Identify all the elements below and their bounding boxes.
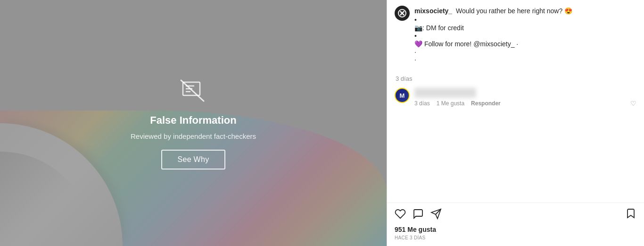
comment-heart-icon[interactable]: ♡ — [630, 100, 636, 107]
caption-time: 3 días — [395, 75, 636, 82]
caption-bullet2: • — [414, 32, 636, 40]
false-info-icon — [179, 76, 207, 105]
caption-line2: 📷: DM for credit — [414, 24, 636, 32]
comment-icon[interactable] — [413, 208, 424, 221]
comments-panel: mixsociety_ Would you rather be here rig… — [387, 0, 644, 246]
comment-time: 3 días — [414, 100, 430, 107]
post-caption-content: mixsociety_ Would you rather be here rig… — [414, 6, 636, 64]
false-info-subtitle: Reviewed by independent fact-checkers — [131, 132, 256, 140]
caption-line3: 💜 Follow for more! @mixsociety_ · — [414, 40, 636, 48]
action-icons-row — [395, 208, 636, 222]
share-icon[interactable] — [430, 208, 442, 221]
comment-likes-count: 1 Me gusta — [437, 100, 464, 107]
comment-reply-button[interactable]: Responder — [471, 100, 501, 107]
commenter-username-blurred: Mo_madi — [414, 88, 476, 98]
false-info-title: False Information — [150, 114, 236, 127]
comment-text: Mo_madi — [414, 88, 636, 98]
bookmark-icon[interactable] — [625, 208, 636, 222]
comment-meta: 3 días 1 Me gusta Responder ♡ — [414, 100, 636, 107]
false-info-overlay: False Information Reviewed by independen… — [0, 0, 387, 246]
post-caption-block: mixsociety_ Would you rather be here rig… — [395, 6, 636, 69]
post-author-avatar — [395, 6, 410, 21]
post-image-panel: False Information Reviewed by independen… — [0, 0, 387, 246]
comment-content: Mo_madi 3 días 1 Me gusta Responder ♡ — [414, 88, 636, 107]
likes-count: 951 Me gusta — [395, 226, 636, 233]
comments-area[interactable]: mixsociety_ Would you rather be here rig… — [387, 0, 644, 203]
post-time-ago: HACE 3 DÍAS — [395, 235, 636, 240]
caption-dot2: · — [414, 56, 636, 64]
action-bar: 951 Me gusta HACE 3 DÍAS — [387, 203, 644, 246]
see-why-button[interactable]: See Why — [161, 150, 225, 170]
caption-bullet1: • — [414, 16, 636, 24]
caption-text-line1: Would you rather be here right now? 😍 — [456, 7, 572, 15]
post-author-username: mixsociety_ — [414, 7, 452, 15]
comment-item: M Mo_madi 3 días 1 Me gusta Responder ♡ — [395, 88, 636, 107]
caption-dot1: · — [414, 48, 636, 56]
commenter-avatar: M — [395, 88, 410, 103]
like-icon[interactable] — [395, 208, 406, 221]
